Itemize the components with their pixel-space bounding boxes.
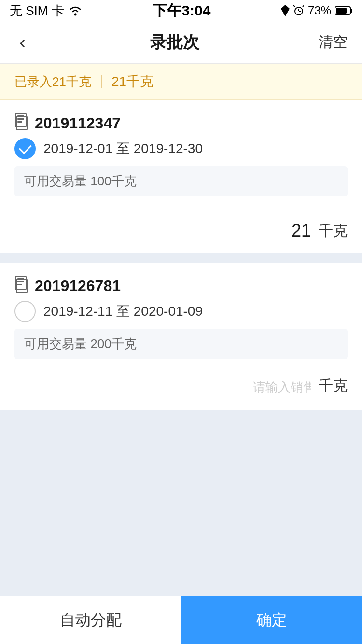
confirm-button[interactable]: 确定 <box>181 596 362 644</box>
content-area: 2019112347 2019-12-01 至 2019-12-30 可用交易量… <box>0 100 362 644</box>
quantity-input-2[interactable] <box>253 376 311 396</box>
nav-bar: ‹ 录批次 清空 <box>0 21 362 64</box>
quantity-area-2: 千克 <box>0 376 362 410</box>
batch-item-1: 2019112347 2019-12-01 至 2019-12-30 可用交易量… <box>0 100 362 213</box>
section-separator <box>0 253 362 263</box>
wifi-icon <box>68 5 83 16</box>
info-divider <box>101 75 102 88</box>
no-sim-label: 无 SIM 卡 <box>10 2 64 19</box>
battery-icon <box>335 6 352 15</box>
batch-date-2: 2019-12-11 至 2020-01-09 <box>43 302 203 321</box>
svg-rect-11 <box>17 118 24 120</box>
quantity-row-1: 千克 <box>0 213 362 243</box>
battery-label: 73% <box>308 4 331 17</box>
quantity-input-1[interactable] <box>253 221 311 241</box>
availability-2: 可用交易量 200千克 <box>14 329 348 359</box>
batch-item-2: 2019126781 2019-12-11 至 2020-01-09 可用交易量… <box>0 263 362 376</box>
availability-1: 可用交易量 100千克 <box>14 166 348 196</box>
info-value: 21千克 <box>111 72 153 91</box>
doc-icon-2 <box>14 276 29 296</box>
info-label: 已录入21千克 <box>14 73 91 90</box>
svg-rect-8 <box>336 8 347 14</box>
bottom-bar: 自动分配 确定 <box>0 596 362 644</box>
status-bar: 无 SIM 卡 下午3:04 73% <box>0 0 362 21</box>
doc-icon-1 <box>14 113 29 133</box>
svg-rect-7 <box>351 9 352 13</box>
batch-date-1: 2019-12-01 至 2019-12-30 <box>43 140 203 158</box>
svg-rect-17 <box>17 284 22 285</box>
svg-rect-16 <box>17 281 24 282</box>
batch-id-2: 2019126781 <box>35 277 121 295</box>
quantity-line-2: 千克 <box>14 376 348 400</box>
info-banner: 已录入21千克 21千克 <box>0 64 362 100</box>
auto-distribute-button[interactable]: 自动分配 <box>0 596 181 644</box>
svg-point-0 <box>74 14 76 16</box>
svg-line-4 <box>293 5 295 7</box>
quantity-unit-1: 千克 <box>319 221 348 241</box>
svg-rect-12 <box>17 121 22 123</box>
location-icon <box>281 5 290 16</box>
batch-date-row-2[interactable]: 2019-12-11 至 2020-01-09 <box>14 301 348 322</box>
batch-id-1: 2019112347 <box>35 114 121 132</box>
batch-header-2: 2019126781 <box>14 276 348 296</box>
check-circle-2[interactable] <box>14 301 36 322</box>
quantity-unit-2: 千克 <box>319 376 348 396</box>
alarm-icon <box>293 5 304 16</box>
status-time: 下午3:04 <box>153 1 210 21</box>
clear-button[interactable]: 清空 <box>319 32 348 52</box>
svg-line-5 <box>303 5 304 7</box>
back-button[interactable]: ‹ <box>14 27 30 58</box>
check-circle-1[interactable] <box>14 138 36 159</box>
batch-date-row-1[interactable]: 2019-12-01 至 2019-12-30 <box>14 138 348 159</box>
status-right: 73% <box>281 4 352 17</box>
page-title: 录批次 <box>150 31 199 54</box>
batch-header-1: 2019112347 <box>14 113 348 133</box>
status-left: 无 SIM 卡 <box>10 2 83 19</box>
